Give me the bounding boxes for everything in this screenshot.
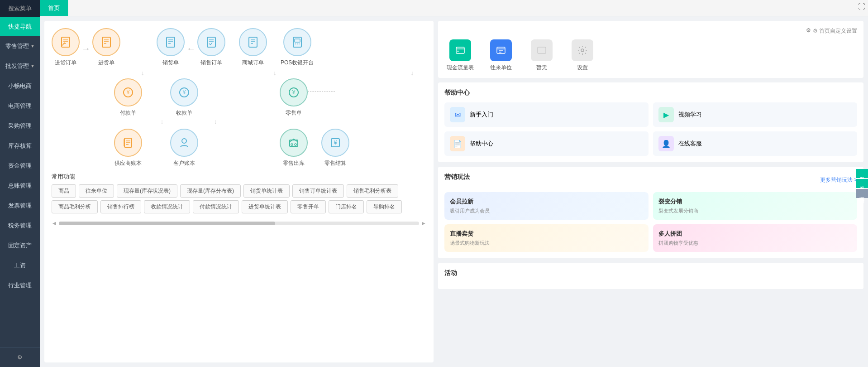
sidebar-item-label: 零售管理 (5, 42, 29, 50)
svg-point-35 (182, 139, 186, 143)
float-btn-service[interactable]: 客服热线 (856, 169, 868, 178)
svg-text:¥: ¥ (334, 140, 337, 146)
func-btn-sales-stat[interactable]: 销货单统计表 (243, 184, 290, 198)
gear-icon: ⚙ (806, 27, 811, 35)
retail-settlement-icon: ¥ (321, 129, 349, 157)
svg-text:¥: ¥ (292, 89, 296, 96)
sidebar-item-quicknav[interactable]: 快捷导航 (0, 17, 40, 36)
quick-icons-section: ⚙ ⚙ 首页自定义设置 现金流量表 (438, 21, 863, 78)
pos-cashier-icon (283, 28, 311, 56)
help-item-video[interactable]: ▶ 视频学习 (653, 102, 857, 127)
func-btn-store-rank[interactable]: 门店排名 (329, 200, 364, 213)
func-btn-receipt-stat[interactable]: 收款情况统计 (144, 200, 190, 213)
sidebar-item-ecommerce-small[interactable]: 小畅电商 (0, 76, 40, 96)
scroll-track[interactable] (59, 222, 419, 225)
func-btn-goods-profit[interactable]: 商品毛利分析 (52, 200, 98, 213)
func-btn-partners[interactable]: 往来单位 (79, 184, 114, 198)
svg-rect-15 (249, 37, 257, 47)
customize-settings[interactable]: ⚙ ⚙ 首页自定义设置 (444, 27, 857, 35)
sidebar-item-finance[interactable]: 资金管理 (0, 156, 40, 176)
purchase-order-icon (52, 28, 80, 56)
svg-rect-8 (167, 37, 175, 47)
v-arrow-1: ↓ (129, 69, 157, 77)
quick-icons-row: 现金流量表 往来单位 (444, 39, 857, 72)
scroll-right-btn[interactable]: ▶ (421, 221, 426, 226)
svg-rect-41 (456, 47, 464, 53)
func-btn-sales-profit[interactable]: 销售毛利分析表 (347, 184, 398, 198)
supplier-account-icon (114, 129, 142, 157)
chevron-down-icon: ▼ (31, 64, 35, 68)
tab-home[interactable]: 首页 (40, 0, 68, 16)
func-btn-sales-rank[interactable]: 销售排行榜 (100, 200, 141, 213)
partners-icon (490, 39, 512, 61)
sidebar-item-retail[interactable]: 零售管理 ▼ (0, 36, 40, 56)
customer-service-label: 在线客服 (678, 140, 702, 148)
node-receipt[interactable]: ¥ 收款单 (170, 78, 198, 117)
purchase-bill-icon (92, 28, 120, 56)
marketing-item-fission[interactable]: 裂变分销 裂变式发展分销商 (653, 192, 857, 220)
func-btn-purchase-stat[interactable]: 进货单统计表 (242, 200, 288, 213)
node-pos-cashier[interactable]: POS收银开台 (281, 28, 314, 67)
func-btn-payment-stat[interactable]: 付款情况统计 (193, 200, 239, 213)
node-retail-settlement[interactable]: ¥ 零售结算 (321, 129, 349, 167)
float-btn-desktop[interactable]: 桌面快捷 (856, 189, 868, 198)
sidebar-item-purchase[interactable]: 采购管理 (0, 116, 40, 136)
sidebar-search[interactable]: 搜索菜单 (0, 0, 40, 17)
node-retail-order[interactable]: ¥ 零售单 (280, 78, 308, 117)
marketing-item-live[interactable]: 直播卖货 场景式购物新玩法 (444, 224, 649, 252)
dashed-line-1 (308, 91, 335, 92)
node-mall-order[interactable]: 商城订单 (239, 28, 267, 67)
help-item-customer-service[interactable]: 👤 在线客服 (653, 131, 857, 156)
quick-icon-none[interactable]: 暂无 (526, 39, 558, 72)
expand-icon[interactable]: ⛶ (858, 3, 865, 11)
help-item-helpcenter[interactable]: 📄 帮助中心 (444, 131, 649, 156)
sidebar-item-assets[interactable]: 固定资产 (0, 236, 40, 256)
marketing-grid: 会员拉新 吸引用户成为会员 裂变分销 裂变式发展分销商 直播卖货 场景式购物新玩… (444, 192, 857, 252)
node-payment[interactable]: ¥ 付款单 (114, 78, 142, 117)
func-buttons-grid: 商品 往来单位 现存量(库存状况表) 现存量(库存分布表) 销货单统计表 销售订… (52, 184, 426, 213)
svg-point-42 (458, 51, 459, 52)
node-supplier-account[interactable]: 供应商账本 (114, 129, 142, 167)
right-panel: ⚙ ⚙ 首页自定义设置 现金流量表 (438, 21, 863, 362)
sidebar-item-ecommerce-mgmt[interactable]: 电商管理 (0, 96, 40, 116)
marketing-more-link[interactable]: 更多营销玩法 > (820, 176, 857, 184)
svg-rect-0 (62, 37, 70, 47)
quick-icon-partners[interactable]: 往来单位 (485, 39, 517, 72)
help-item-beginner[interactable]: ✉ 新手入门 (444, 102, 649, 127)
scroll-left-btn[interactable]: ◀ (52, 221, 57, 226)
sidebar-item-inventory[interactable]: 库存核算 (0, 136, 40, 156)
func-btn-retail-create[interactable]: 零售开单 (291, 200, 326, 213)
sidebar-item-ledger[interactable]: 总账管理 (0, 176, 40, 196)
node-retail-warehouse[interactable]: 零售出库 (280, 129, 308, 167)
left-panel: 进货订单 → 进 (44, 21, 434, 362)
retail-warehouse-icon (280, 129, 308, 157)
node-customer-account[interactable]: 客户账本 (170, 129, 198, 167)
func-btn-goods[interactable]: 商品 (52, 184, 76, 198)
float-btn-community[interactable]: 服务社区 (856, 179, 868, 188)
sidebar-item-invoice[interactable]: 发票管理 (0, 196, 40, 216)
func-btn-inventory-dist[interactable]: 现存量(库存分布表) (180, 184, 241, 198)
mall-order-icon (239, 28, 267, 56)
func-btn-inventory-status[interactable]: 现存量(库存状况表) (117, 184, 177, 198)
quick-icon-cashflow[interactable]: 现金流量表 (444, 39, 476, 72)
right-float-buttons: 客服热线 服务社区 桌面快捷 (856, 169, 868, 198)
v-arrow-3: ↓ (398, 69, 426, 77)
svg-rect-4 (102, 37, 110, 47)
func-btn-guide-rank[interactable]: 导购排名 (367, 200, 402, 213)
help-section: 帮助中心 ✉ 新手入门 ▶ 视频学习 📄 帮助中心 👤 (438, 82, 863, 162)
node-sales-order[interactable]: 销售订单 (197, 28, 225, 67)
func-btn-sales-order-stat[interactable]: 销售订单统计表 (292, 184, 344, 198)
node-purchase-bill[interactable]: 进货单 (92, 28, 120, 67)
settings-icon[interactable]: ⚙ (0, 347, 40, 367)
quick-icon-settings[interactable]: 设置 (567, 39, 598, 72)
sidebar-item-industry[interactable]: 行业管理 (0, 275, 40, 295)
node-purchase-order[interactable]: 进货订单 (52, 28, 80, 67)
sidebar-item-tax[interactable]: 税务管理 (0, 216, 40, 236)
sidebar-item-wholesale[interactable]: 批发管理 ▼ (0, 56, 40, 76)
svg-rect-34 (123, 139, 125, 146)
marketing-item-member[interactable]: 会员拉新 吸引用户成为会员 (444, 192, 649, 220)
customize-label: ⚙ 首页自定义设置 (813, 27, 857, 35)
marketing-item-group[interactable]: 多人拼团 拼团购物享受优惠 (653, 224, 857, 252)
sidebar-item-salary[interactable]: 工资 (0, 256, 40, 275)
node-sales-bill[interactable]: 销货单 (157, 28, 185, 67)
